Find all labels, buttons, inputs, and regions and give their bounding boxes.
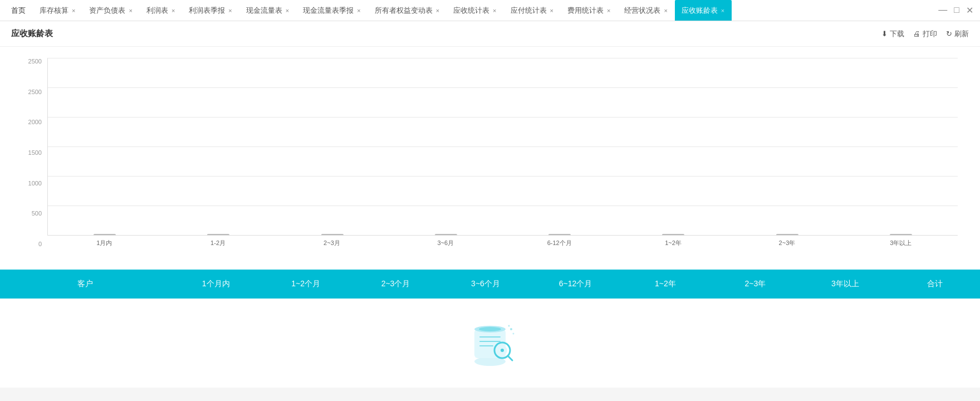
bar xyxy=(890,234,912,235)
minimize-button[interactable]: — xyxy=(936,5,949,16)
download-button[interactable]: ⬇ 下载 xyxy=(881,29,904,39)
tab-equity[interactable]: 所有者权益变动表× xyxy=(368,0,447,21)
tab-inventory[interactable]: 库存核算× xyxy=(33,0,82,21)
x-label: 3年以上 xyxy=(844,239,958,247)
bar-group xyxy=(503,234,616,235)
bar xyxy=(662,234,684,235)
x-labels: 1月内1-2月2~3月3~6月6-12个月1~2年2~3年3年以上 xyxy=(47,239,958,247)
bar-group xyxy=(48,234,161,235)
table-header-cell: 3~6个月 xyxy=(440,279,530,289)
x-label: 1~2年 xyxy=(616,239,730,247)
tab-expense-stat[interactable]: 费用统计表× xyxy=(561,0,618,21)
svg-point-13 xyxy=(508,325,510,327)
tab-close-inventory[interactable]: × xyxy=(72,7,75,14)
tab-close-balance[interactable]: × xyxy=(129,7,132,14)
bar xyxy=(776,234,798,235)
table-header-cell: 1个月内 xyxy=(171,279,261,289)
window-actions: — □ ✕ xyxy=(936,5,976,16)
bars-area xyxy=(47,58,958,236)
close-button[interactable]: ✕ xyxy=(964,5,976,16)
y-label: 2500 xyxy=(22,58,42,65)
x-label: 2~3年 xyxy=(730,239,844,247)
tab-ap-stat[interactable]: 应付统计表× xyxy=(504,0,561,21)
y-label: 1500 xyxy=(22,149,42,156)
table-body xyxy=(0,299,980,388)
tab-profit[interactable]: 利润表× xyxy=(140,0,182,21)
y-axis: 050010001500200025002500 xyxy=(22,58,47,247)
tab-ar-aging[interactable]: 应收账龄表× xyxy=(675,0,732,21)
y-label: 2500 xyxy=(22,89,42,95)
table-header-cell: 2~3年 xyxy=(710,279,800,289)
tab-close-equity[interactable]: × xyxy=(436,7,439,14)
table-header-cell: 合计 xyxy=(890,279,980,289)
page-title: 应收账龄表 xyxy=(11,28,53,39)
table-header-cell: 1~2年 xyxy=(620,279,710,289)
x-label: 1-2月 xyxy=(161,239,275,247)
bar-group xyxy=(844,234,958,235)
refresh-button[interactable]: ↻ 刷新 xyxy=(946,29,969,39)
bar-group xyxy=(161,234,275,235)
tab-cashflow-quarterly[interactable]: 现金流量表季报× xyxy=(296,0,367,21)
y-label: 500 xyxy=(22,210,42,217)
table-header-cell: 6~12个月 xyxy=(531,279,620,289)
tab-cashflow[interactable]: 现金流量表× xyxy=(239,0,296,21)
bar xyxy=(548,234,571,235)
chart-area: 050010001500200025002500 1月内1-2月2~3月3~6月… xyxy=(0,47,980,270)
bar-group xyxy=(616,234,730,235)
x-label: 6-12个月 xyxy=(503,239,616,247)
tab-close-cashflow-quarterly[interactable]: × xyxy=(357,7,360,14)
table-header-cell: 客户 xyxy=(0,279,171,289)
tab-close-ap-stat[interactable]: × xyxy=(550,7,553,14)
bar xyxy=(207,234,229,235)
bar xyxy=(435,234,457,235)
bar-chart: 050010001500200025002500 1月内1-2月2~3月3~6月… xyxy=(22,58,958,247)
tab-close-ar-stat[interactable]: × xyxy=(493,7,496,14)
table-header-cell: 3年以上 xyxy=(800,279,890,289)
y-label: 0 xyxy=(22,241,42,247)
y-label: 1000 xyxy=(22,180,42,187)
table-header-cell: 2~3个月 xyxy=(351,279,440,289)
bar-group xyxy=(389,234,503,235)
tab-operations[interactable]: 经营状况表× xyxy=(618,0,674,21)
table-header-cell: 1~2个月 xyxy=(261,279,350,289)
tab-close-profit[interactable]: × xyxy=(171,7,175,14)
table-header: 客户1个月内1~2个月2~3个月3~6个月6~12个月1~2年2~3年3年以上合… xyxy=(0,270,980,299)
download-icon: ⬇ xyxy=(881,30,888,38)
print-icon: 🖨 xyxy=(913,30,920,38)
y-label: 2000 xyxy=(22,119,42,125)
main-content: 050010001500200025002500 1月内1-2月2~3月3~6月… xyxy=(0,47,980,388)
bar xyxy=(94,234,116,235)
tab-close-ar-aging[interactable]: × xyxy=(721,7,724,14)
x-label: 3~6月 xyxy=(389,239,502,247)
empty-state xyxy=(462,318,518,368)
maximize-button[interactable]: □ xyxy=(952,5,962,16)
tab-profit-quarterly[interactable]: 利润表季报× xyxy=(182,0,239,21)
x-label: 2~3月 xyxy=(275,239,389,247)
svg-point-11 xyxy=(510,328,512,330)
svg-point-10 xyxy=(501,349,504,352)
svg-point-12 xyxy=(513,333,514,335)
bar xyxy=(321,234,344,235)
tab-close-profit-quarterly[interactable]: × xyxy=(228,7,232,14)
svg-point-3 xyxy=(479,327,501,331)
bar-group xyxy=(276,234,389,235)
svg-line-9 xyxy=(508,356,512,360)
refresh-icon: ↻ xyxy=(946,30,952,38)
tab-close-operations[interactable]: × xyxy=(664,7,667,14)
print-button[interactable]: 🖨 打印 xyxy=(913,29,937,39)
tab-balance[interactable]: 资产负债表× xyxy=(82,0,139,21)
tab-ar-stat[interactable]: 应收统计表× xyxy=(447,0,503,21)
tab-home[interactable]: 首页 xyxy=(4,0,33,21)
chart-body: 1月内1-2月2~3月3~6月6-12个月1~2年2~3年3年以上 xyxy=(47,58,958,247)
bar-group xyxy=(731,234,844,235)
page-header: 应收账龄表 ⬇ 下载 🖨 打印 ↻ 刷新 xyxy=(0,21,980,47)
tab-close-expense-stat[interactable]: × xyxy=(607,7,610,14)
x-label: 1月内 xyxy=(47,239,161,247)
header-actions: ⬇ 下载 🖨 打印 ↻ 刷新 xyxy=(881,29,969,39)
tab-close-cashflow[interactable]: × xyxy=(286,7,289,14)
empty-illustration xyxy=(462,318,518,368)
tab-bar: 首页 库存核算×资产负债表×利润表×利润表季报×现金流量表×现金流量表季报×所有… xyxy=(0,0,980,21)
